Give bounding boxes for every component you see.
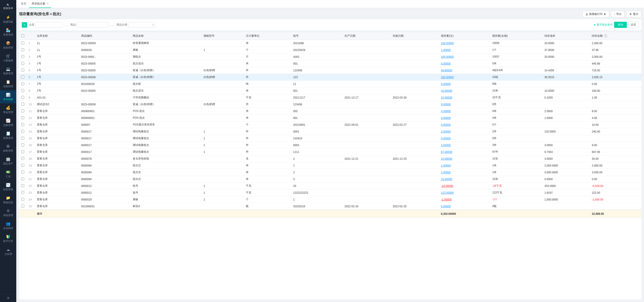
row-check[interactable] [19,87,26,94]
row-check[interactable] [19,183,26,189]
row-qty-main[interactable]: 2.00000 [438,128,490,135]
row-qty-main[interactable]: 100.00000 [438,40,490,47]
sidebar-item-basic-info[interactable]: 📁 基础信息 [0,194,16,206]
sidebar-item-new-guide[interactable]: 🔰 新手引导 [0,232,16,245]
row-check[interactable] [19,203,26,210]
row-check[interactable] [19,149,26,156]
row-check[interactable] [19,189,26,196]
sidebar-item-corp[interactable]: 👥 企业协同 [0,219,16,232]
show-hide-button[interactable]: 👁 显示 [626,11,641,18]
sidebar-item-retail[interactable]: 🏪 零售管理 [0,26,16,39]
row-check[interactable] [19,169,26,176]
sidebar-item-fixed-assets[interactable]: 🏢 固定资产 [0,155,16,168]
sidebar-item-small-ecom[interactable]: 🛒 小鹅电商 [0,52,16,65]
row-check[interactable] [19,101,26,108]
row-check[interactable] [19,121,26,128]
row-qty-main[interactable]: 0.00000 [438,60,490,67]
warehouse-input[interactable] [35,22,62,28]
row-goods-name: 批次适当 [130,60,201,67]
row-qty-main[interactable]: 0.00000 [438,101,490,108]
sidebar-settings[interactable]: ⚙ [0,294,16,302]
sidebar-item-purchase[interactable]: 📋 采购管理 [0,77,16,90]
row-goods-code: 0000078 [79,156,131,162]
sidebar-item-quick-nav[interactable]: ⚡ 快捷导航 [0,13,16,26]
row-check[interactable] [19,142,26,149]
row-qty-main[interactable]: 0.00000 [438,203,490,210]
row-goods-name: 测批次 [130,54,201,60]
row-qty-main[interactable]: 100.00000 [438,54,490,60]
row-check[interactable] [19,176,26,183]
row-check[interactable] [19,156,26,162]
row-check[interactable] [19,196,26,203]
sidebar-item-finance[interactable]: 💰 资金管理 [0,103,16,116]
row-qty-main[interactable]: 3.00000 [438,142,490,149]
row-qty-main[interactable]: 100.00000 [438,74,490,81]
export-button[interactable]: ↑ 导出 [611,11,624,18]
sidebar-item-tax[interactable]: 🏛 税务管理 [0,142,16,155]
table-row: 6 1号 0023-00008 富减（白色/奶橙） 白色/奶橙 件 123 10… [19,74,641,81]
sidebar-item-sys[interactable]: ⚙ 系统管理 [0,206,16,219]
row-spec [201,87,244,94]
print-button[interactable]: 🖨 按模板打印 ▼ [582,11,609,18]
row-qty-main[interactable]: 10.00000 [438,87,490,94]
sidebar-item-inventory[interactable]: 📊 库存核账 [0,90,16,103]
sidebar-search[interactable]: 🔍 搜索菜单 [0,2,16,12]
row-check[interactable] [19,94,26,101]
goods-input[interactable] [77,22,108,28]
sidebar-item-cloud[interactable]: ☁ 云应用 [0,245,16,258]
tab-home[interactable]: 首页 [18,0,29,8]
filter-settings-button[interactable]: 设置 [628,22,638,28]
row-qty-main[interactable]: -16.00000 [438,183,490,189]
row-qty-main[interactable]: 0.00000 [438,121,490,128]
row-check[interactable] [19,115,26,121]
row-qty-main[interactable]: 10.00000 [438,156,490,162]
sidebar-item-ops[interactable]: 📉 经营管理 [0,181,16,194]
row-check[interactable] [19,40,26,47]
row-unit-cost [542,135,590,142]
row-qty-main[interactable]: 0.00000 [438,81,490,87]
row-qty-main[interactable]: 49.60000 [438,67,490,74]
row-check[interactable] [19,67,26,74]
sidebar-item-invoice[interactable]: 🧾 发票管理 [0,129,16,142]
sidebar-item-labor[interactable]: 💵 工资 [0,168,16,181]
sidebar-item-ecom[interactable]: 💻 电商管理 [0,65,16,77]
row-qty-main[interactable]: 87.00000 [438,149,490,156]
row-unit-cost: 35.0515 [542,74,590,81]
row-check[interactable] [19,108,26,115]
row-check[interactable] [19,47,26,54]
row-check[interactable] [19,162,26,169]
sidebar-item-wholesale[interactable]: 📦 批发管理 [0,39,16,52]
row-check[interactable] [19,81,26,87]
row-qty-main[interactable]: 0.00000 [438,135,490,142]
tab-close-button[interactable]: ✕ [46,3,48,5]
row-check[interactable] [19,74,26,81]
search-button[interactable]: 查询 [614,22,627,28]
row-batch-no: 2 [291,156,342,162]
category-select[interactable] [128,22,156,28]
row-num: 1 [26,40,34,47]
row-qty-main[interactable]: 4.00000 [438,108,490,115]
row-check[interactable] [19,128,26,135]
row-check[interactable] [19,60,26,67]
total-cost-info-icon[interactable]: ? [604,35,607,38]
row-qty-main[interactable]: -1.00000 [438,196,490,203]
row-qty-main[interactable]: 1.00000 [438,169,490,176]
row-qty-main[interactable]: 1.00000 [438,47,490,54]
row-qty-storage: 0件 [490,101,542,108]
row-goods-name: 富减（白色/奶橙） [130,67,201,74]
row-qty-main[interactable]: 10.00000 [438,94,490,101]
row-qty-main[interactable]: 10.00000 [438,176,490,183]
filter-expand-arrow[interactable]: > [22,22,27,28]
row-unit: 件 [244,101,291,108]
row-qty-storage: 100斤 [490,54,542,60]
select-all-checkbox[interactable] [21,34,24,37]
row-check[interactable] [19,135,26,142]
row-qty-main[interactable]: 1.00000 [438,162,490,169]
row-qty-main[interactable]: 4.00000 [438,115,490,121]
row-qty-main[interactable]: 122.00000 [438,189,490,196]
expand-conditions-button[interactable]: ▼ 展开更多条件 [593,23,613,27]
row-check[interactable] [19,54,26,60]
sidebar-item-overview[interactable]: 📈 总账管理 [0,116,16,129]
page-header: 现存量查询(按仓库＋批次) 🖨 按模板打印 ▼ ↑ 导出 👁 显示 [19,11,641,18]
tab-inventory-batch[interactable]: 库存批次量 ✕ [29,0,51,8]
